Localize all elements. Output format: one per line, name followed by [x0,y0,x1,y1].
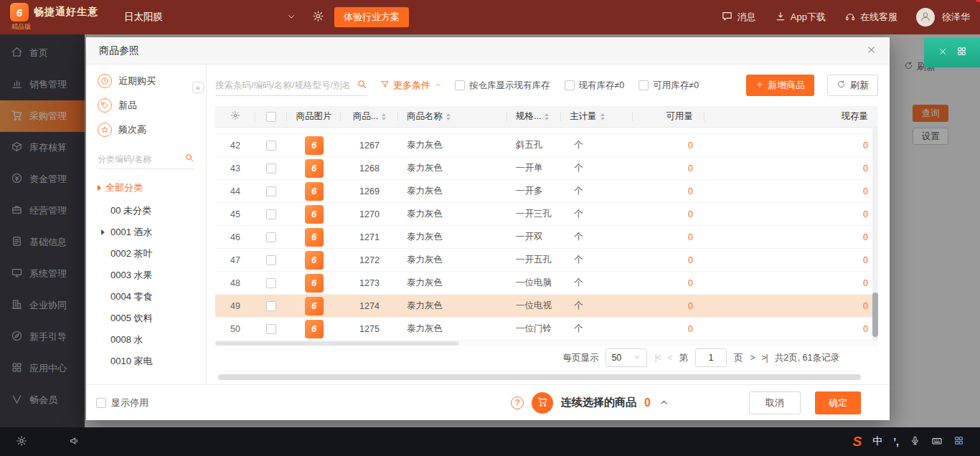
close-icon[interactable] [938,47,948,59]
table-row-44[interactable]: 4461269泰力灰色一开多个00 [215,180,878,203]
widget-grid-icon[interactable] [956,46,967,59]
filter-checkbox-0[interactable]: 按仓库显示现有库存 [455,80,550,92]
confirm-button[interactable]: 确定 [815,391,861,414]
row-checkbox[interactable] [266,278,276,288]
ime-mic-icon[interactable] [910,435,920,448]
dialog-scrollbar[interactable] [215,369,878,384]
column-header-4[interactable]: 主计量 [561,106,633,127]
row-checkbox[interactable] [266,186,276,196]
table-row-47[interactable]: 4761272泰力灰色一开五孔个00 [215,249,878,272]
prev-page-button[interactable]: < [668,353,672,363]
topbar-gear-icon[interactable] [312,10,324,24]
add-product-button[interactable]: 新增商品 [746,75,814,96]
category-item-0[interactable]: 00 未分类 [86,200,206,222]
row-checkbox[interactable] [266,301,276,311]
collapse-footer-icon[interactable] [659,397,669,408]
row-checkbox[interactable] [266,209,276,219]
filter-checkbox-2[interactable]: 可用库存≠0 [639,80,699,92]
messages-button[interactable]: 99+ 消息 [721,10,756,24]
product-search-input[interactable] [215,80,357,90]
table-row-42[interactable]: 4261267泰力灰色斜五孔个00 [215,134,878,157]
taskbar-volume-icon[interactable] [69,435,80,449]
online-support-button[interactable]: 在线客服 [844,11,897,24]
column-header-6[interactable]: 现存量 [705,106,878,127]
cancel-button[interactable]: 取消 [749,391,801,414]
funnel-icon [380,80,390,91]
sort-icon[interactable] [545,113,549,120]
product-spec: 一开双 [507,231,561,243]
ime-toolbox-icon[interactable] [953,435,964,448]
select-all-checkbox[interactable] [266,112,276,122]
category-all[interactable]: 全部分类 [86,172,206,200]
quick-filter-2[interactable]: 频次高 [86,118,206,142]
help-icon[interactable]: ? [511,396,524,409]
more-filters-button[interactable]: 更多条件 [380,79,442,92]
available-qty: 0 [633,232,705,242]
sort-icon[interactable] [600,113,605,120]
quick-filter-1[interactable]: 新品 [86,93,206,118]
refresh-button[interactable]: 刷新 [827,75,878,96]
main: 首页销售管理采购管理库存核算资金管理经营管理基础信息系统管理企业协同新手引导应用… [0,34,980,427]
quick-filter-0[interactable]: 近期购买 [86,69,206,93]
search-icon[interactable] [357,79,367,92]
collapse-panel-button[interactable]: « [192,82,204,93]
last-page-button[interactable]: >| [762,353,768,363]
industry-solution-button[interactable]: 体验行业方案 [334,7,409,27]
quick-filter-label: 频次高 [118,123,146,136]
modal-close-icon[interactable] [866,44,877,57]
vertical-scrollbar[interactable] [872,128,878,341]
category-item-1[interactable]: 0001 酒水 [86,222,206,243]
row-checkbox[interactable] [266,232,276,242]
column-header-1[interactable]: 商品... [341,106,398,127]
first-page-button[interactable]: |< [654,353,660,363]
product-reference-modal: 商品参照 近期购买新品频次高 全部分类 00 未分类0001 酒水0002 茶叶… [86,37,890,420]
table-row-50[interactable]: 5061275泰力灰色一位门铃个00 [215,318,878,341]
category-item-3[interactable]: 0003 水果 [86,265,206,286]
app-download-button[interactable]: App下载 [775,11,826,24]
category-item-4[interactable]: 0004 零食 [86,286,206,308]
product-image: 6 [305,320,324,338]
filter-checkbox-1[interactable]: 现有库存≠0 [565,80,625,92]
search-icon[interactable] [184,153,194,165]
table-row-49[interactable]: 4961274泰力灰色一位电视个00 [215,295,878,318]
sort-icon[interactable] [446,113,451,120]
row-checkbox[interactable] [266,141,276,151]
sort-icon[interactable] [382,113,386,120]
avatar[interactable] [916,8,935,27]
column-settings-icon[interactable] [230,110,240,123]
category-item-5[interactable]: 0005 饮料 [86,308,206,329]
column-header-5[interactable]: 可用量 [633,106,705,127]
plus-icon [755,80,764,91]
per-page-select[interactable]: 50 [606,348,647,367]
table-row-43[interactable]: 4361268泰力灰色一开单个00 [215,157,878,180]
column-header-0[interactable]: 商品图片 [287,106,341,127]
show-disabled-checkbox[interactable]: 显示停用 [86,396,149,409]
taskbar-gear-icon[interactable] [16,435,27,449]
column-header-2[interactable]: 商品名称 [398,106,507,127]
page-input[interactable] [695,348,727,367]
column-header-3[interactable]: 规格... [507,106,561,127]
category-search-input[interactable] [98,154,184,164]
row-checkbox[interactable] [266,255,276,265]
chanjet-logo-icon: 6 [10,3,29,22]
category-item-6[interactable]: 0008 水 [86,329,206,351]
product-spec: 一开三孔 [507,208,561,220]
ime-keyboard-icon[interactable] [931,435,943,449]
row-checkbox[interactable] [266,163,276,174]
row-index: 44 [215,186,255,196]
category-item-2[interactable]: 0002 茶叶 [86,243,206,265]
next-page-button[interactable]: > [750,353,755,363]
row-checkbox[interactable] [266,324,276,334]
category-item-7[interactable]: 0010 家电 [86,351,206,372]
table-row-45[interactable]: 4561270泰力灰色一开三孔个00 [215,203,878,226]
category-label: 00 未分类 [110,205,151,216]
floating-widget[interactable] [924,37,980,67]
ime-lang-indicator[interactable]: 中 [872,435,882,448]
product-unit: 个 [561,277,633,289]
table-row-48[interactable]: 4861273泰力灰色一位电脑个00 [215,272,878,295]
sogou-logo-icon[interactable]: S [853,434,862,450]
ime-punctuation-icon[interactable]: ’, [893,436,899,447]
org-selector[interactable]: 日太阳膜 [124,11,296,24]
table-row-46[interactable]: 4661271泰力灰色一开双个00 [215,226,878,249]
horizontal-scrollbar[interactable] [215,341,878,346]
